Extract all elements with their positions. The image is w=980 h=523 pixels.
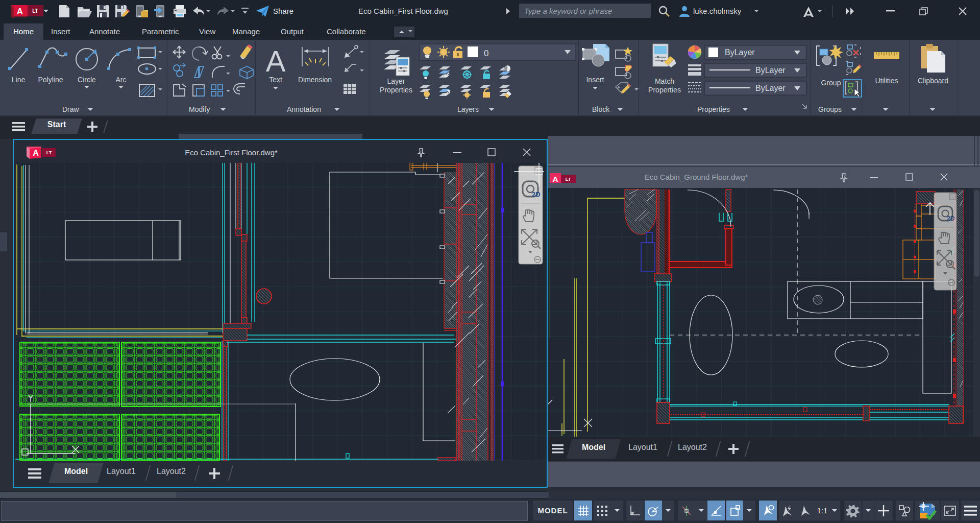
svg-text:LT: LT	[32, 8, 38, 14]
svg-text:ByLayer: ByLayer	[755, 84, 786, 92]
svg-text:2D: 2D	[947, 215, 955, 222]
svg-text:A: A	[17, 7, 23, 16]
svg-text:A: A	[266, 44, 286, 78]
svg-text:A: A	[33, 149, 39, 157]
svg-text:ByLayer: ByLayer	[755, 66, 786, 75]
svg-text:2D: 2D	[532, 191, 541, 198]
svg-text:0: 0	[484, 49, 488, 58]
svg-text:LT: LT	[46, 150, 52, 155]
svg-text:LT: LT	[566, 177, 571, 182]
svg-text:A: A	[553, 175, 558, 183]
svg-text:ByLayer: ByLayer	[725, 48, 755, 57]
